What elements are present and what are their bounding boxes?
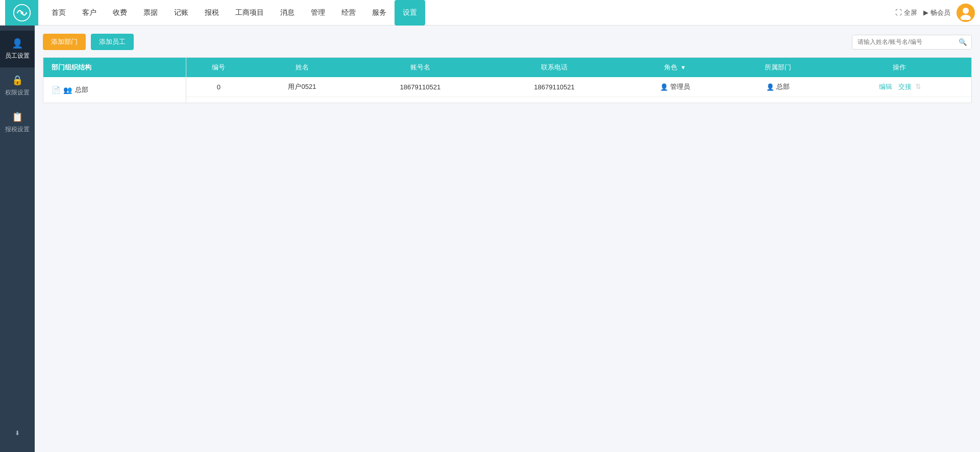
handover-link[interactable]: 交接 (898, 83, 912, 90)
sidebar-download-btn[interactable]: ⬇ (0, 422, 35, 444)
role-value: 管理员 (670, 82, 690, 91)
cell-name: 用户0521 (251, 77, 353, 97)
main-layout: 👤 员工设置 🔒 权限设置 📋 报税设置 ⬇ 添加部门 添加员工 🔍 (0, 26, 980, 452)
col-dept: 所属部门 (729, 58, 827, 77)
cell-action: 编辑 交接 ⇅ (827, 77, 971, 97)
nav-item-home[interactable]: 首页 (43, 0, 74, 26)
table-header-row: 编号 姓名 账号名 联系电话 角色 ▼ 所属部门 操作 (186, 58, 971, 77)
sidebar-item-employee-label: 员工设置 (5, 52, 30, 60)
employee-icon: 👤 (12, 38, 23, 49)
svg-point-1 (20, 11, 23, 14)
sidebar-bottom: ⬇ (0, 422, 35, 452)
employee-table: 编号 姓名 账号名 联系电话 角色 ▼ 所属部门 操作 (186, 58, 971, 97)
nav-item-client[interactable]: 客户 (74, 0, 105, 26)
nav-right: ⛶ 全屏 ▶ 畅会员 (895, 4, 975, 22)
nav-item-settings[interactable]: 设置 (395, 0, 425, 26)
role-filter-icon[interactable]: ▼ (680, 64, 686, 70)
sidebar-item-permission-label: 权限设置 (5, 88, 30, 97)
sidebar-item-permission[interactable]: 🔒 权限设置 (0, 67, 35, 104)
nav-item-bizproject[interactable]: 工商项目 (227, 0, 272, 26)
permission-icon: 🔒 (12, 75, 23, 86)
top-nav: 首页 客户 收费 票据 记账 报税 工商项目 消息 管理 经营 服务 设置 ⛶ … (0, 0, 980, 26)
nav-item-manage[interactable]: 管理 (303, 0, 333, 26)
cell-id: 0 (186, 77, 251, 97)
add-staff-button[interactable]: 添加员工 (91, 34, 134, 50)
nav-item-bills[interactable]: 票据 (135, 0, 166, 26)
svg-point-3 (961, 15, 971, 20)
sidebar-item-tax-label: 报税设置 (5, 125, 30, 134)
table-row: 0 用户0521 18679110521 18679110521 👤 管理员 👤… (186, 77, 971, 97)
download-icon: ⬇ (15, 430, 20, 437)
cell-phone: 18679110521 (487, 77, 622, 97)
role-user-icon: 👤 (660, 83, 668, 91)
nav-item-message[interactable]: 消息 (272, 0, 303, 26)
nav-item-service[interactable]: 服务 (364, 0, 395, 26)
tax-settings-icon: 📋 (12, 111, 23, 123)
col-role: 角色 ▼ (621, 58, 729, 77)
search-icon: 🔍 (959, 38, 967, 46)
content-area: 添加部门 添加员工 🔍 部门组织结构 📄 👥 总部 (35, 26, 980, 452)
vip-icon: ▶ (923, 9, 928, 16)
app-logo (5, 0, 38, 26)
nav-item-tax[interactable]: 报税 (197, 0, 227, 26)
dept-tree: 📄 👥 总部 (43, 77, 186, 103)
dept-user-icon: 👤 (766, 83, 774, 91)
cell-account: 18679110521 (353, 77, 487, 97)
nav-item-operation[interactable]: 经营 (333, 0, 364, 26)
nav-item-fees[interactable]: 收费 (105, 0, 135, 26)
vip-btn[interactable]: ▶ 畅会员 (923, 8, 950, 17)
fullscreen-label: 全屏 (904, 8, 917, 17)
dept-user-icon: 👥 (63, 86, 72, 94)
dept-panel-header: 部门组织结构 (43, 58, 186, 77)
edit-link[interactable]: 编辑 (879, 83, 892, 90)
dept-panel: 部门组织结构 📄 👥 总部 (43, 58, 186, 103)
search-input[interactable] (852, 35, 954, 49)
col-name: 姓名 (251, 58, 353, 77)
col-account: 账号名 (353, 58, 487, 77)
nav-item-accounting[interactable]: 记账 (166, 0, 197, 26)
col-id: 编号 (186, 58, 251, 77)
add-dept-button[interactable]: 添加部门 (43, 34, 86, 50)
sidebar-item-tax-settings[interactable]: 📋 报税设置 (0, 104, 35, 141)
dept-value: 总部 (776, 82, 790, 91)
table-body: 0 用户0521 18679110521 18679110521 👤 管理员 👤… (186, 77, 971, 97)
panel-layout: 部门组织结构 📄 👥 总部 编号 姓名 账号名 (43, 57, 972, 103)
dept-tree-item-label: 总部 (75, 85, 88, 94)
dept-file-icon: 📄 (52, 86, 60, 94)
col-action: 操作 (827, 58, 971, 77)
cell-dept: 👤 总部 (729, 77, 827, 97)
cell-role: 👤 管理员 (621, 77, 729, 97)
nav-items: 首页 客户 收费 票据 记账 报税 工商项目 消息 管理 经营 服务 设置 (43, 0, 895, 26)
fullscreen-icon: ⛶ (895, 9, 902, 16)
toolbar: 添加部门 添加员工 🔍 (43, 34, 972, 50)
fullscreen-btn[interactable]: ⛶ 全屏 (895, 8, 917, 17)
user-avatar[interactable] (957, 4, 975, 22)
search-button[interactable]: 🔍 (954, 35, 971, 49)
col-phone: 联系电话 (487, 58, 622, 77)
table-panel: 编号 姓名 账号名 联系电话 角色 ▼ 所属部门 操作 (186, 58, 971, 103)
sidebar-item-employee[interactable]: 👤 员工设置 (0, 31, 35, 67)
svg-point-2 (963, 8, 969, 14)
search-box: 🔍 (852, 35, 972, 50)
dept-tree-item-general[interactable]: 📄 👥 总部 (50, 82, 180, 98)
row-scroll-arrows[interactable]: ⇅ (915, 82, 921, 90)
vip-label: 畅会员 (930, 8, 950, 17)
sidebar: 👤 员工设置 🔒 权限设置 📋 报税设置 ⬇ (0, 26, 35, 452)
